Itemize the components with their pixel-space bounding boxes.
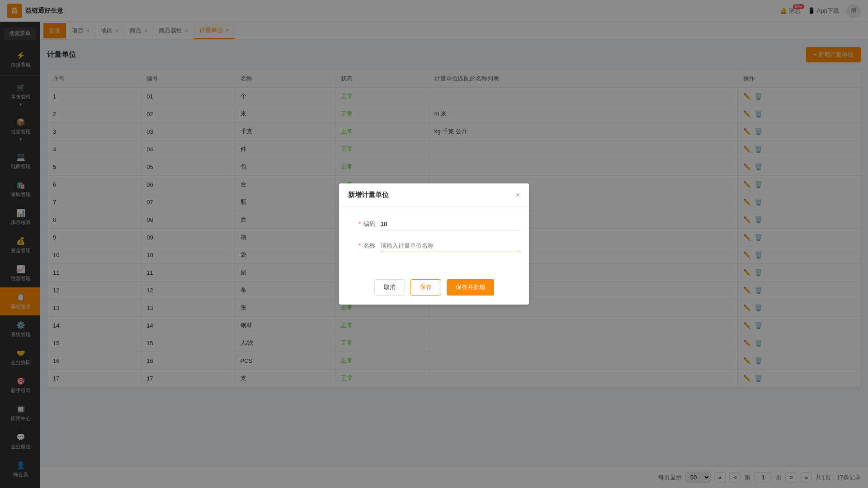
code-required-mark: * <box>359 221 361 227</box>
modal-header: 新增计量单位 × <box>339 183 529 207</box>
name-label-text: 名称 <box>363 242 375 249</box>
name-required-mark: * <box>359 242 361 249</box>
modal-close-button[interactable]: × <box>516 191 520 199</box>
modal-body: * 编码 * 名称 <box>339 207 529 272</box>
add-measurement-modal: 新增计量单位 × * 编码 * 名称 取消 保存 保存并新增 <box>339 183 529 305</box>
form-row-code: * 编码 <box>348 218 520 230</box>
code-label: * 编码 <box>348 220 375 228</box>
modal-title: 新增计量单位 <box>348 191 389 199</box>
modal-footer: 取消 保存 保存并新增 <box>339 272 529 305</box>
code-label-text: 编码 <box>363 221 375 227</box>
save-and-new-button[interactable]: 保存并新增 <box>447 279 494 296</box>
form-row-name: * 名称 <box>348 239 520 252</box>
cancel-button[interactable]: 取消 <box>374 279 405 296</box>
modal-overlay: 新增计量单位 × * 编码 * 名称 取消 保存 保存并新增 <box>0 0 868 488</box>
save-button[interactable]: 保存 <box>410 279 441 296</box>
name-label: * 名称 <box>348 242 375 250</box>
name-input[interactable] <box>381 239 520 252</box>
code-input[interactable] <box>381 218 520 230</box>
